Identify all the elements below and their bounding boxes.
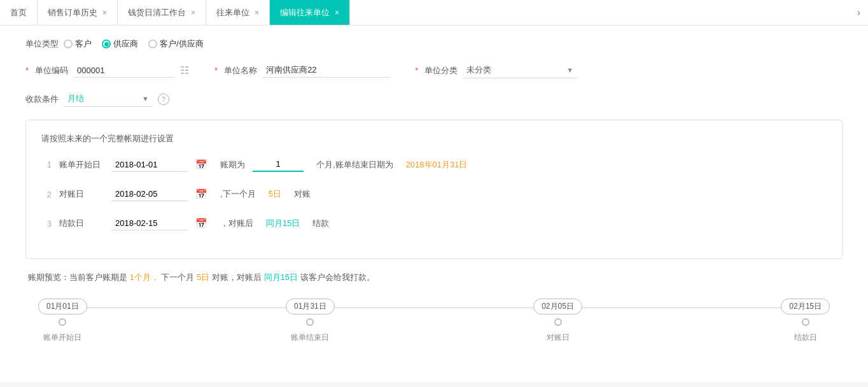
unit-code-group: * 单位编码 ☷ — [25, 64, 189, 78]
preview-prefix: 账期预览：当前客户账期是 — [28, 272, 127, 282]
unit-classify-value: 未分类 — [466, 64, 491, 76]
unit-classify-label: 单位分类 — [424, 65, 458, 76]
settings-box: 请按照未来的一个完整帐期进行设置 1 账单开始日 📅 账期为 个月,账单结束日期… — [25, 120, 843, 259]
classify-dropdown-arrow: ▼ — [566, 66, 573, 74]
tab-sales-history[interactable]: 销售订单历史 × — [38, 0, 118, 25]
preview-day1: 5日 — [197, 272, 209, 282]
timeline-dot-3 — [802, 318, 809, 326]
step-desc-suffix-1: 个月,账单结束日期为 — [316, 159, 393, 171]
unit-name-star: * — [214, 66, 218, 75]
timeline-badge-3: 02月15日 — [781, 299, 830, 314]
unit-code-label: 单位编码 — [35, 65, 68, 76]
timeline-points: 01月01日 账单开始日 01月31日 账单结束日 02月05日 对账日 02月… — [38, 299, 830, 343]
tab-sales-history-close[interactable]: × — [102, 8, 107, 17]
tab-edit-partner-close[interactable]: × — [335, 8, 339, 17]
timeline-label-0: 账单开始日 — [43, 332, 81, 343]
tab-edit-partner[interactable]: 编辑往来单位 × — [270, 0, 350, 25]
unit-type-row: 单位类型 客户 供应商 客户/供应商 — [25, 38, 843, 50]
step-desc-prefix-1: 账期为 — [220, 159, 245, 171]
step-label-3: 结款日 — [59, 218, 104, 229]
step-num-1: 1 — [41, 160, 52, 169]
step-desc-2b: 5日 — [269, 188, 281, 200]
step-label-2: 对账日 — [59, 188, 104, 200]
timeline-dot-0 — [59, 318, 66, 326]
tab-partner-units-close[interactable]: × — [255, 8, 259, 17]
unit-code-input[interactable] — [73, 64, 175, 78]
timeline-point-3: 02月15日 结款日 — [781, 299, 830, 343]
tab-cash-work-close[interactable]: × — [191, 8, 195, 17]
tab-expand-btn[interactable]: › — [850, 0, 868, 25]
unit-code-icon[interactable]: ☷ — [180, 64, 189, 76]
help-icon[interactable]: ? — [158, 94, 169, 105]
radio-both[interactable]: 客户/供应商 — [148, 38, 204, 50]
unit-classify-group: * 单位分类 未分类 ▼ — [415, 62, 577, 78]
tab-cash-work[interactable]: 钱货日清工作台 × — [118, 0, 206, 25]
unit-type-label: 单位类型 — [25, 38, 59, 50]
preview-suffix: 该客户会给我打款。 — [300, 272, 375, 282]
step-desc-2a: ,下一个月 — [220, 188, 256, 200]
step-num-3: 3 — [41, 219, 52, 229]
payment-terms-row: 收款条件 月结 ▼ ? — [25, 91, 843, 107]
step-row-1: 1 账单开始日 📅 账期为 个月,账单结束日期为 2018年01月31日 — [41, 157, 827, 172]
timeline-badge-1: 01月31日 — [286, 299, 335, 314]
unit-name-label: 单位名称 — [224, 65, 257, 76]
main-content: 单位类型 客户 供应商 客户/供应商 * 单位编码 — [0, 25, 868, 382]
preview-day2: 同月15日 — [264, 272, 298, 282]
timeline: 01月01日 账单开始日 01月31日 账单结束日 02月05日 对账日 02月… — [25, 299, 843, 343]
radio-customer-circle — [64, 39, 73, 48]
tab-partner-units[interactable]: 往来单位 × — [206, 0, 270, 25]
preview-period: 1个月， — [130, 272, 159, 282]
timeline-dot-2 — [554, 318, 562, 326]
calendar-icon-2[interactable]: 📅 — [195, 188, 207, 200]
radio-supplier-label: 供应商 — [113, 38, 138, 50]
tab-sales-history-label: 销售订单历史 — [48, 7, 97, 18]
unit-name-group: * 单位名称 — [214, 64, 389, 78]
timeline-point-0: 01月01日 账单开始日 — [38, 299, 87, 343]
timeline-badge-0: 01月01日 — [38, 299, 87, 314]
end-date-1: 2018年01月31日 — [406, 159, 468, 171]
unit-code-star: * — [25, 66, 29, 75]
timeline-badge-2: 02月05日 — [533, 299, 582, 314]
preview-mid2: 对账，对账后 — [212, 272, 262, 282]
step-date-2[interactable] — [111, 187, 188, 201]
payment-terms-group: 收款条件 月结 ▼ ? — [25, 91, 169, 107]
payment-terms-value: 月结 — [67, 93, 84, 104]
unit-info-row: * 单位编码 ☷ * 单位名称 * 单位分类 未分类 ▼ — [25, 62, 843, 78]
step-desc-3b: 同月15日 — [266, 218, 300, 229]
radio-both-label: 客户/供应商 — [160, 38, 204, 50]
calendar-icon-3[interactable]: 📅 — [195, 218, 207, 229]
payment-terms-arrow: ▼ — [142, 95, 149, 102]
timeline-label-1: 账单结束日 — [291, 332, 329, 343]
step-label-1: 账单开始日 — [59, 159, 104, 171]
period-input[interactable] — [253, 157, 304, 172]
timeline-label-2: 对账日 — [547, 332, 570, 343]
tab-partner-units-label: 往来单位 — [216, 7, 249, 18]
radio-supplier[interactable]: 供应商 — [102, 38, 138, 50]
timeline-point-2: 02月05日 对账日 — [533, 299, 582, 343]
unit-classify-select[interactable]: 未分类 ▼ — [463, 62, 577, 78]
unit-name-input[interactable] — [262, 64, 389, 78]
step-date-1[interactable] — [111, 158, 188, 172]
step-date-3[interactable] — [111, 216, 188, 230]
step-row-2: 2 对账日 📅 ,下一个月 5日 对账 — [41, 187, 827, 201]
step-num-2: 2 — [41, 190, 52, 199]
tab-home[interactable]: 首页 — [0, 0, 38, 25]
radio-customer[interactable]: 客户 — [64, 38, 92, 50]
tab-home-label: 首页 — [10, 7, 27, 18]
timeline-point-1: 01月31日 账单结束日 — [286, 299, 335, 343]
calendar-icon-1[interactable]: 📅 — [195, 159, 207, 171]
preview-mid: 下一个月 — [161, 272, 194, 282]
preview-section: 账期预览：当前客户账期是 1个月， 下一个月 5日 对账，对账后 同月15日 该… — [25, 272, 843, 283]
radio-group: 客户 供应商 客户/供应商 — [64, 38, 204, 50]
tab-bar: 首页 销售订单历史 × 钱货日清工作台 × 往来单位 × 编辑往来单位 × › — [0, 0, 868, 25]
step-desc-3c: 结款 — [312, 218, 329, 229]
timeline-dot-1 — [306, 318, 314, 326]
step-desc-2c: 对账 — [294, 188, 311, 200]
payment-terms-select[interactable]: 月结 ▼ — [64, 91, 153, 107]
radio-both-circle — [148, 39, 157, 48]
unit-classify-star: * — [415, 66, 418, 75]
timeline-label-3: 结款日 — [794, 332, 817, 343]
radio-supplier-circle — [102, 39, 111, 48]
tab-cash-work-label: 钱货日清工作台 — [128, 7, 186, 18]
step-desc-3a: ，对账后 — [220, 218, 253, 229]
